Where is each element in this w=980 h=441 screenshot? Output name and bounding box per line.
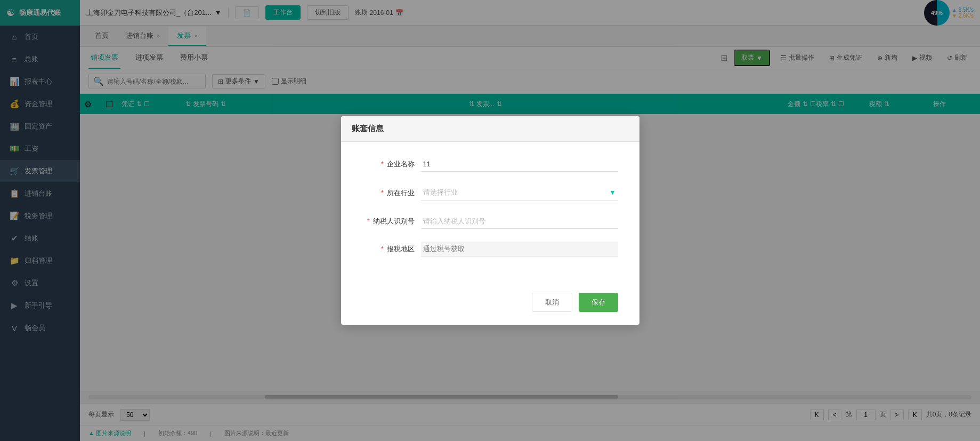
- form-row-industry: * 所在行业 请选择行业 ▼: [362, 185, 618, 201]
- modal-body: * 企业名称 * 所在行业 请选择行业 ▼ * 纳: [341, 142, 639, 284]
- form-row-tax-region: * 报税地区: [362, 242, 618, 256]
- form-row-tax-id: * 纳税人识别号: [362, 214, 618, 229]
- tax-id-label: * 纳税人识别号: [362, 217, 421, 226]
- industry-select-wrap[interactable]: 请选择行业 ▼: [421, 185, 618, 201]
- company-name-input[interactable]: [421, 157, 618, 172]
- modal-title: 账套信息: [352, 124, 384, 133]
- tax-region-input: [421, 242, 618, 256]
- industry-select-text: 请选择行业: [423, 188, 610, 197]
- modal-header: 账套信息: [341, 116, 639, 142]
- industry-label: * 所在行业: [362, 188, 421, 198]
- account-info-modal: 账套信息 * 企业名称 * 所在行业 请选择行业 ▼: [341, 116, 639, 325]
- company-name-label: * 企业名称: [362, 159, 421, 169]
- form-row-company-name: * 企业名称: [362, 157, 618, 172]
- save-button[interactable]: 保存: [579, 293, 618, 312]
- modal-footer: 取消 保存: [341, 284, 639, 325]
- modal-overlay: 账套信息 * 企业名称 * 所在行业 请选择行业 ▼: [0, 0, 980, 441]
- industry-dropdown-icon: ▼: [610, 189, 616, 196]
- tax-id-input[interactable]: [421, 214, 618, 229]
- cancel-button[interactable]: 取消: [532, 293, 572, 312]
- tax-region-label: * 报税地区: [362, 244, 421, 254]
